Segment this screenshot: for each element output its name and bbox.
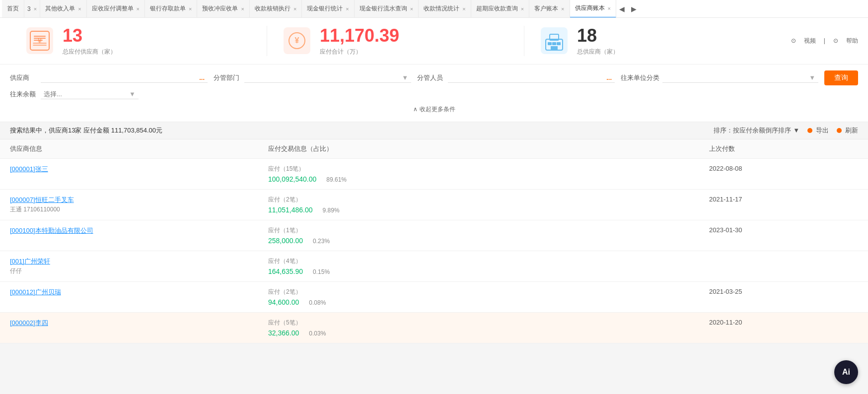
svg-text:¥: ¥	[295, 36, 299, 45]
person-select-box[interactable]: ...	[448, 73, 615, 83]
person-input[interactable]	[451, 74, 604, 81]
nav-tab-supplier-ledger[interactable]: 供应商账本 ×	[570, 0, 616, 18]
filter-balance: 往来余额 ▼	[10, 89, 139, 99]
tx-amount-4[interactable]: 94,600.00	[268, 298, 299, 306]
collapse-button[interactable]: ∧ 收起更多条件	[407, 103, 461, 116]
nav-tab-bank[interactable]: 银行存取款单 ×	[145, 0, 197, 18]
supplier-info-4: [000012]广州贝瑞	[10, 288, 268, 297]
supplier-name-5[interactable]: [000002]李四	[10, 319, 268, 328]
nav-tab-ar-adjust[interactable]: 应收应付调整单 ×	[87, 0, 145, 18]
stat-content-payable: 13 总应付供应商（家）	[63, 26, 116, 56]
stat-content-amount: 11,170.39 应付合计（万）	[320, 26, 399, 56]
supplier-input-box[interactable]: ...	[41, 73, 208, 83]
nav-next-arrow[interactable]: ▶	[628, 0, 640, 18]
nav-tab-cash-stats[interactable]: 现金银行统计 ×	[302, 0, 354, 18]
nav-tab-home[interactable]: 首页	[2, 0, 24, 18]
filter-row-2: 往来余额 ▼	[10, 89, 858, 99]
balance-input[interactable]	[44, 90, 127, 98]
col-header-supplier: 供应商信息	[10, 144, 268, 153]
supplier-name-2[interactable]: [000100]本特勤油品有限公司	[10, 226, 268, 235]
nav-tab-collection[interactable]: 收款核销执行 ×	[250, 0, 302, 18]
nav-prev-arrow[interactable]: ◀	[616, 0, 628, 18]
tx-label-0: 应付（15笔）	[268, 165, 709, 173]
payable-amount-icon: ¥	[282, 26, 312, 56]
nav-tab-other-income-label: 其他收入单	[45, 4, 75, 13]
stat-block-payable-amount: ¥ 11,170.39 应付合计（万）	[267, 26, 524, 56]
person-dots-icon[interactable]: ...	[606, 74, 612, 81]
tx-label-4: 应付（2笔）	[268, 288, 709, 296]
stat-content-total: 18 总供应商（家）	[577, 26, 619, 56]
transaction-info-3: 应付（4笔） 164,635.90 0.15%	[268, 257, 709, 275]
col-header-last-payment: 上次付数	[709, 144, 858, 153]
tx-percent-4: 0.08%	[309, 299, 326, 306]
tx-amount-5[interactable]: 32,366.00	[268, 329, 299, 337]
collapse-button-label: 收起更多条件	[420, 105, 455, 114]
last-date-4: 2021-03-25	[709, 288, 742, 295]
refresh-button[interactable]: 刷新	[837, 126, 858, 135]
supplier-name-0[interactable]: [000001]张三	[10, 165, 268, 174]
close-icon-prepay[interactable]: ×	[241, 6, 244, 12]
supplier-name-4[interactable]: [000012]广州贝瑞	[10, 288, 268, 297]
nav-tab-customer-ledger[interactable]: 客户账本 ×	[529, 0, 570, 18]
sort-select[interactable]: 排序：按应付余额倒序排序 ▼	[714, 126, 799, 135]
close-icon-other-income[interactable]: ×	[78, 6, 81, 12]
person-filter-label: 分管人员	[417, 73, 445, 82]
dept-select-box[interactable]: ▼	[244, 73, 411, 83]
supplier-info-0: [000001]张三	[10, 165, 268, 174]
nav-tab-prepay[interactable]: 预收冲应收单 ×	[197, 0, 249, 18]
help-link[interactable]: 帮助	[846, 37, 858, 45]
last-payment-2: 2023-01-30	[709, 226, 858, 234]
supplier-input[interactable]	[44, 74, 197, 81]
last-date-1: 2021-11-17	[709, 196, 742, 203]
tx-amount-1[interactable]: 11,051,486.00	[268, 206, 313, 214]
close-icon-collection-stats[interactable]: ×	[462, 6, 465, 12]
nav-tab-cash-flow[interactable]: 现金银行流水查询 ×	[355, 0, 419, 18]
category-dropdown-arrow-icon[interactable]: ▼	[809, 74, 815, 81]
tx-amount-2[interactable]: 258,000.00	[268, 237, 303, 245]
data-table: 供应商信息 应付交易信息（占比） 上次付数 [000001]张三 应付（15笔）…	[0, 139, 868, 343]
export-button[interactable]: 导出	[807, 126, 829, 135]
category-input[interactable]	[665, 74, 807, 81]
last-payment-0: 2022-08-08	[709, 165, 858, 172]
stat-block-total-suppliers: 18 总供应商（家）	[524, 26, 781, 56]
filter-category: 往来单位分类 ▼	[621, 73, 818, 83]
stat-block-payable-suppliers: ¥ 13 总应付供应商（家）	[10, 26, 267, 56]
supplier-dots-icon[interactable]: ...	[199, 74, 205, 81]
nav-tab-3[interactable]: 3 ×	[24, 0, 40, 18]
supplier-name-1[interactable]: [000007]恒旺二手叉车	[10, 196, 268, 204]
close-icon-cash-stats[interactable]: ×	[346, 6, 349, 12]
close-icon-ar-adjust[interactable]: ×	[137, 6, 140, 12]
balance-select-box[interactable]: ▼	[41, 89, 139, 99]
video-link[interactable]: 视频	[804, 37, 816, 45]
close-icon-3[interactable]: ×	[34, 6, 37, 12]
supplier-name-3[interactable]: [001]广州荣轩	[10, 257, 268, 266]
svg-rect-9	[548, 42, 552, 45]
close-icon-supplier-ledger[interactable]: ×	[608, 5, 611, 11]
svg-rect-12	[551, 46, 558, 50]
tx-row-4: 94,600.00 0.08%	[268, 297, 709, 306]
last-date-0: 2022-08-08	[709, 165, 742, 172]
sort-dropdown-icon: ▼	[793, 127, 799, 134]
results-actions: 排序：按应付余额倒序排序 ▼ 导出 刷新	[714, 126, 858, 135]
supplier-sub-3: 仔仔	[10, 267, 268, 275]
tx-amount-0[interactable]: 100,092,540.00	[268, 175, 316, 183]
nav-tab-overdue[interactable]: 超期应收款查询 ×	[471, 0, 529, 18]
dept-input[interactable]	[247, 74, 400, 81]
nav-tab-ar-adjust-label: 应收应付调整单	[92, 4, 134, 13]
category-select-box[interactable]: ▼	[662, 73, 818, 83]
balance-dropdown-arrow-icon[interactable]: ▼	[129, 90, 136, 98]
close-icon-bank[interactable]: ×	[189, 6, 192, 12]
dept-dropdown-arrow-icon[interactable]: ▼	[402, 74, 408, 81]
close-icon-collection[interactable]: ×	[293, 6, 296, 12]
close-icon-cash-flow[interactable]: ×	[410, 6, 413, 12]
close-icon-customer-ledger[interactable]: ×	[561, 6, 564, 12]
supplier-sub-1: 王通 17106110000	[10, 205, 268, 214]
tx-amount-3[interactable]: 164,635.90	[268, 267, 303, 275]
close-icon-overdue[interactable]: ×	[521, 6, 524, 12]
nav-tab-other-income[interactable]: 其他收入单 ×	[40, 0, 86, 18]
nav-tab-collection-label: 收款核销执行	[255, 4, 290, 13]
nav-tab-collection-stats[interactable]: 收款情况统计 ×	[419, 0, 471, 18]
help-icon: ⊙	[833, 37, 838, 44]
query-button[interactable]: 查询	[824, 70, 858, 85]
table-row: [000100]本特勤油品有限公司 应付（1笔） 258,000.00 0.23…	[0, 220, 868, 251]
